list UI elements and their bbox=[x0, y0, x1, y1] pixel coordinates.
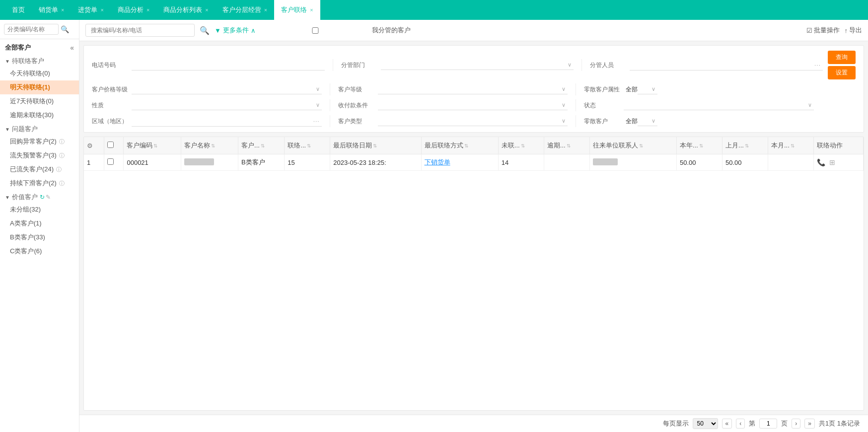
sidebar-item-overdue[interactable]: 逾期未联络(30) bbox=[0, 108, 79, 122]
filter-select-level[interactable]: ∨ bbox=[378, 84, 568, 94]
nav-analysis-list[interactable]: 商品分析列表 × bbox=[156, 0, 215, 20]
nav-analysis[interactable]: 商品分析 × bbox=[111, 0, 156, 20]
th-contact-count[interactable]: 联络... ⇅ bbox=[285, 137, 330, 154]
nav-analysis-list-close[interactable]: × bbox=[205, 7, 208, 13]
next-page-button[interactable]: › bbox=[792, 419, 800, 429]
nav-customer-contact-close[interactable]: × bbox=[310, 7, 313, 13]
sidebar-search-icon[interactable]: 🔍 bbox=[61, 25, 69, 33]
nav-analysis-close[interactable]: × bbox=[146, 7, 149, 13]
price-level-arrow: ∨ bbox=[316, 86, 320, 92]
row-checkbox[interactable] bbox=[107, 158, 114, 165]
search-input[interactable] bbox=[85, 24, 195, 37]
settings-icon[interactable]: ⚙ bbox=[87, 142, 93, 149]
filter-select-retail-attr[interactable]: ∨ bbox=[638, 84, 657, 94]
filter-select-person[interactable]: ··· bbox=[630, 60, 823, 71]
cell-cust-level: B类客户 bbox=[238, 154, 285, 171]
value-edit-icon[interactable]: ✎ bbox=[46, 194, 51, 201]
th-overdue[interactable]: 逾期... ⇅ bbox=[544, 137, 589, 154]
select-all-checkbox[interactable] bbox=[107, 142, 114, 148]
query-button[interactable]: 查询 bbox=[828, 51, 856, 64]
cell-last-contact-method[interactable]: 下销货单 bbox=[421, 154, 498, 171]
table-header-row: ⚙ 客户编码 ⇅ 客户名称 ⇅ bbox=[84, 137, 864, 154]
th-this-month[interactable]: 本月... ⇅ bbox=[768, 137, 814, 154]
th-code[interactable]: 客户编码 ⇅ bbox=[124, 137, 181, 154]
filter-field-dept: 分管部门 ∨ bbox=[341, 60, 574, 70]
nav-home-label: 首页 bbox=[12, 5, 25, 14]
last-page-button[interactable]: » bbox=[804, 419, 815, 429]
last-contact-method-link[interactable]: 下销货单 bbox=[425, 158, 450, 166]
page-input[interactable] bbox=[759, 419, 777, 429]
cell-checkbox[interactable] bbox=[104, 154, 124, 171]
th-settings[interactable]: ⚙ bbox=[84, 137, 104, 154]
page-size-select[interactable]: 50 100 200 bbox=[693, 418, 718, 429]
customer-table: ⚙ 客户编码 ⇅ 客户名称 ⇅ bbox=[84, 137, 864, 171]
sort-icon-tmonth: ⇅ bbox=[791, 143, 795, 148]
filter-select-status[interactable]: ∨ bbox=[624, 100, 814, 110]
sidebar-item-repurchase-abnormal[interactable]: 回购异常客户(2) ⓘ bbox=[0, 135, 79, 148]
batch-op-button[interactable]: ☑ 批量操作 bbox=[806, 26, 840, 35]
filter-label-status: 状态 bbox=[584, 101, 624, 110]
filter-label-cust-type: 客户类型 bbox=[338, 117, 378, 126]
sidebar-item-class-c[interactable]: C类客户(6) bbox=[0, 244, 79, 258]
filter-select-retail[interactable]: ∨ bbox=[638, 116, 657, 126]
filter-select-price-level[interactable]: ∨ bbox=[132, 84, 322, 94]
filter-select-payment[interactable]: ∨ bbox=[378, 100, 568, 110]
sidebar-item-class-a[interactable]: A类客户(1) bbox=[0, 216, 79, 230]
filter-label-nature: 性质 bbox=[92, 101, 132, 110]
filter-select-cust-type[interactable]: ∨ bbox=[378, 116, 568, 126]
sidebar-item-lost-risk[interactable]: 流失预警客户(3) ⓘ bbox=[0, 148, 79, 162]
search-icon[interactable]: 🔍 bbox=[200, 26, 210, 35]
action-grid-icon[interactable]: ⊞ bbox=[829, 158, 835, 166]
dept-arrow-icon: ∨ bbox=[568, 62, 572, 68]
nav-customer-contact[interactable]: 客户联络 × bbox=[274, 0, 320, 20]
th-last-contact-date[interactable]: 最后联络日期 ⇅ bbox=[330, 137, 421, 154]
total-records-label: 共1页 1条记录 bbox=[819, 419, 860, 428]
th-uncontacted[interactable]: 未联... ⇅ bbox=[498, 137, 544, 154]
sidebar-item-today[interactable]: 今天待联络(0) bbox=[0, 67, 79, 80]
nav-customer-tier[interactable]: 客户分层经营 × bbox=[216, 0, 274, 20]
sidebar-all-customers-label: 全部客户 bbox=[5, 43, 31, 52]
sidebar-item-lost[interactable]: 已流失客户(24) ⓘ bbox=[0, 162, 79, 176]
sidebar-item-week[interactable]: 近7天待联络(0) bbox=[0, 94, 79, 108]
filter-select-nature[interactable]: ∨ bbox=[132, 100, 322, 110]
th-unit-contact[interactable]: 往来单位联系人 ⇅ bbox=[589, 137, 676, 154]
filter-select-area[interactable]: ··· bbox=[132, 116, 322, 127]
search-bar: 🔍 ▼ 更多条件 ∧ 我分管的客户 ☑ 批量操作 ↑ 导出 bbox=[79, 20, 868, 41]
sidebar-item-continuous-down[interactable]: 持续下滑客户(2) ⓘ bbox=[0, 176, 79, 190]
nav-customer-tier-close[interactable]: × bbox=[264, 7, 267, 13]
th-last-month[interactable]: 上月... ⇅ bbox=[723, 137, 768, 154]
value-refresh-icon[interactable]: ↻ bbox=[40, 194, 45, 201]
more-filter-button[interactable]: ▼ 更多条件 ∧ bbox=[215, 26, 256, 35]
nav-purchase-close[interactable]: × bbox=[100, 7, 103, 13]
sidebar-collapse-icon[interactable]: « bbox=[70, 44, 74, 52]
prev-page-button[interactable]: ‹ bbox=[736, 419, 745, 429]
th-last-contact-method[interactable]: 最后联络方式 ⇅ bbox=[421, 137, 498, 154]
my-customer-checkbox[interactable] bbox=[261, 27, 370, 34]
nav-purchase[interactable]: 进货单 × bbox=[71, 0, 110, 20]
my-customer-checkbox-label[interactable]: 我分管的客户 bbox=[261, 26, 411, 35]
sort-icon-level: ⇅ bbox=[261, 143, 265, 148]
th-checkbox[interactable] bbox=[104, 137, 124, 154]
cell-name bbox=[181, 154, 238, 171]
th-name[interactable]: 客户名称 ⇅ bbox=[181, 137, 238, 154]
sidebar-item-tomorrow[interactable]: 明天待联络(1) bbox=[0, 80, 79, 94]
reset-button[interactable]: 设置 bbox=[828, 66, 856, 79]
export-button[interactable]: ↑ 导出 bbox=[845, 26, 863, 35]
pagination-bar: 每页显示 50 100 200 « ‹ 第 页 › » 共1页 1条记录 bbox=[79, 415, 868, 432]
info-icon-continuous: ⓘ bbox=[59, 180, 65, 186]
sidebar-item-class-b[interactable]: B类客户(33) bbox=[0, 230, 79, 244]
action-phone-icon[interactable]: 📞 bbox=[817, 158, 825, 166]
first-page-button[interactable]: « bbox=[722, 419, 732, 429]
th-this-year[interactable]: 本年... ⇅ bbox=[677, 137, 723, 154]
nav-sales-label: 销货单 bbox=[39, 5, 58, 14]
nav-home[interactable]: 首页 bbox=[5, 0, 32, 20]
filter-divider-6 bbox=[576, 99, 576, 111]
sidebar-item-ungrouped[interactable]: 未分组(32) bbox=[0, 203, 79, 216]
th-cust-level[interactable]: 客户... ⇅ bbox=[238, 137, 285, 154]
nav-sales[interactable]: 销货单 × bbox=[32, 0, 71, 20]
nav-sales-close[interactable]: × bbox=[61, 7, 64, 13]
sidebar-search-input[interactable] bbox=[4, 24, 59, 35]
filter-select-dept[interactable]: ∨ bbox=[381, 60, 574, 70]
filter-input-phone[interactable] bbox=[132, 60, 325, 71]
th-contact-action: 联络动作 bbox=[813, 137, 863, 154]
